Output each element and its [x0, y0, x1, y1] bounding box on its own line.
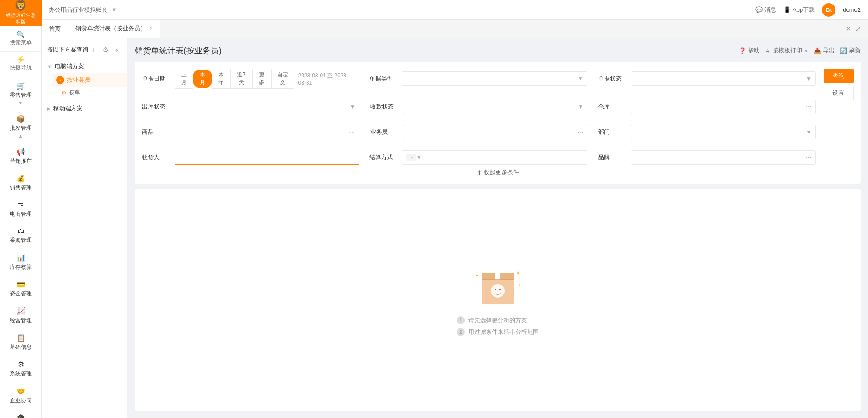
- settlement-field[interactable]: × ▼: [402, 150, 587, 165]
- by-order-label: 按单: [69, 89, 80, 96]
- user-name[interactable]: demo2: [843, 6, 861, 13]
- mobile-scheme-group: ▶ 移动端方案: [42, 100, 127, 117]
- sidebar-search[interactable]: 🔍 搜索菜单: [0, 26, 41, 52]
- message-icon: 💬: [755, 6, 763, 13]
- product-field[interactable]: ···: [175, 125, 359, 139]
- tree-sub-by-order[interactable]: ⚙ 按单: [52, 87, 127, 98]
- payment-status-field[interactable]: ▼: [403, 100, 588, 114]
- basic-label: 基础信息: [10, 343, 32, 351]
- download-icon: 📱: [783, 6, 791, 13]
- last-month-btn[interactable]: 上月: [175, 69, 193, 89]
- sidebar-item-inventory[interactable]: 📊 库存核算: [0, 249, 41, 276]
- help-btn[interactable]: ❓ 帮助: [739, 47, 760, 55]
- filter-row-4: 收货人 ··· 结算方式 ×: [142, 150, 816, 165]
- filter-area: 单据日期 上月 本月 本年 近7天 更多 自定义 2023-03-01 至 20…: [135, 62, 861, 184]
- sidebar-item-operations[interactable]: 📈 经营管理: [0, 302, 41, 329]
- sidebar-item-system[interactable]: ⚙ 系统管理: [0, 356, 41, 382]
- tree-node-desktop[interactable]: ▼ 电脑端方案: [42, 60, 127, 73]
- retail-icon: 🛒: [16, 81, 25, 90]
- mobile-group-label: 移动端方案: [53, 104, 83, 113]
- refresh-btn[interactable]: 🔄 刷新: [840, 47, 861, 55]
- warehouse-field[interactable]: ···: [631, 100, 816, 114]
- search-label: 搜索菜单: [0, 39, 41, 47]
- user-avatar[interactable]: Ea: [822, 3, 835, 17]
- hint-text-2: 用过滤条件来缩小分析范围: [468, 328, 539, 336]
- refresh-label: 刷新: [849, 47, 861, 55]
- sidebar-item-finance[interactable]: 💳 资金管理: [0, 276, 41, 302]
- print-icon: 🖨: [765, 48, 771, 54]
- export-btn[interactable]: 📤 导出: [814, 47, 835, 55]
- sidebar-item-sales[interactable]: 💰 销售管理: [0, 170, 41, 196]
- tab-home[interactable]: 首页: [42, 20, 68, 38]
- settlement-tag-close-btn[interactable]: ×: [410, 155, 413, 160]
- more-btn[interactable]: 更多: [252, 69, 271, 89]
- hint-num-1: 1: [457, 316, 465, 324]
- tab-close-btn[interactable]: ×: [150, 25, 153, 32]
- help-label: 帮助: [748, 47, 760, 55]
- ship-status-field[interactable]: ▼: [175, 100, 359, 114]
- last7-btn[interactable]: 近7天: [231, 69, 252, 89]
- date-range-text: 2023-03-01 至 2023-03-31: [298, 72, 351, 86]
- settings-button[interactable]: 设置: [823, 86, 854, 100]
- add-scheme-btn[interactable]: +: [89, 45, 98, 54]
- app-download-label: App下载: [793, 6, 815, 14]
- help-icon: ❓: [739, 48, 746, 54]
- sidebar-item-wholesale[interactable]: 📦 批发管理 ▲: [0, 110, 41, 143]
- tree-node-by-salesperson[interactable]: ✓ 按业务员: [52, 73, 127, 87]
- collapse-more-btn[interactable]: ⬆ 收起更多条件: [142, 165, 854, 176]
- brand-field[interactable]: ···: [631, 150, 816, 165]
- doc-status-label: 单据状态: [598, 75, 623, 83]
- payment-status-label: 收款状态: [370, 103, 396, 111]
- app-logo[interactable]: 🦁 畅捷通好生意 标版: [0, 0, 42, 26]
- sidebar-item-retail[interactable]: 🛒 零售管理 ▼: [0, 77, 41, 110]
- marketing-icon: 📢: [16, 147, 25, 156]
- app-download-btn[interactable]: 📱 App下载: [783, 6, 815, 14]
- finance-label: 资金管理: [10, 290, 32, 298]
- sidebar-item-marketing[interactable]: 📢 营销推广: [0, 143, 41, 170]
- maximize-icon[interactable]: ⤢: [855, 24, 861, 33]
- empty-hints: 1 请先选择要分析的方案 2 用过滤条件来缩小分析范围: [457, 316, 539, 336]
- message-btn[interactable]: 💬 消息: [755, 6, 776, 14]
- right-panel: 销货单统计表(按业务员) ❓ 帮助 🖨 按模板打印 ▼ 📤: [127, 38, 868, 418]
- warehouse-dots-icon: ···: [806, 103, 811, 111]
- custom-btn[interactable]: 自定义: [271, 69, 295, 89]
- this-month-btn[interactable]: 本月: [193, 70, 212, 88]
- receiver-field[interactable]: ···: [175, 150, 359, 165]
- desktop-group-label: 电脑端方案: [55, 62, 84, 71]
- department-field[interactable]: ▼: [631, 125, 816, 139]
- desktop-scheme-group: ▼ 电脑端方案 ✓ 按业务员 ⚙ 按单: [42, 58, 127, 100]
- sidebar-item-ecommerce[interactable]: 🛍 电商管理: [0, 196, 41, 223]
- marketing-label: 营销推广: [10, 157, 32, 165]
- header-actions: 💬 消息 📱 App下载 Ea demo2: [755, 3, 861, 17]
- this-year-btn[interactable]: 本年: [212, 69, 231, 89]
- window-close-icon[interactable]: ✕: [845, 24, 851, 33]
- department-label: 部门: [598, 128, 623, 136]
- settings-scheme-btn[interactable]: ⚙: [101, 45, 110, 54]
- product-dots-icon: ···: [349, 128, 355, 136]
- page-title-bar: 销货单统计表(按业务员) ❓ 帮助 🖨 按模板打印 ▼ 📤: [135, 45, 861, 56]
- tree-node-mobile[interactable]: ▶ 移动端方案: [42, 102, 127, 115]
- sidebar-item-enterprise[interactable]: 🤝 企业协同: [0, 382, 41, 409]
- receiver-label: 收货人: [142, 153, 167, 162]
- sidebar-item-purchase[interactable]: 🗂 采购管理: [0, 223, 41, 249]
- breadcrumb-dropdown[interactable]: ▼: [111, 6, 117, 13]
- sidebar-item-newbie[interactable]: 🎓 新手引导: [0, 409, 41, 418]
- doc-status-field[interactable]: ▼: [631, 71, 816, 86]
- query-button[interactable]: 查询: [824, 69, 854, 83]
- print-label: 按模板打印: [773, 47, 802, 55]
- retail-label: 零售管理: [10, 91, 32, 99]
- salesperson-field[interactable]: ···: [403, 125, 588, 139]
- sidebar-item-basic[interactable]: 📋 基础信息: [0, 329, 41, 356]
- empty-illustration: ✦ ✦ ✦: [471, 264, 525, 309]
- collapse-panel-btn[interactable]: «: [113, 45, 122, 54]
- retail-arrow: ▼: [19, 100, 23, 105]
- doc-type-field[interactable]: ▼: [402, 71, 587, 86]
- tab-sales-stat[interactable]: 销货单统计表（按业务员） ×: [68, 20, 160, 38]
- left-panel: 按以下方案查询 + ⚙ « ▼ 电脑端方案 ✓ 按: [42, 38, 127, 418]
- settlement-label: 结算方式: [369, 153, 395, 162]
- doc-status-arrow-icon: ▼: [806, 76, 811, 82]
- svg-point-4: [499, 289, 501, 290]
- print-btn[interactable]: 🖨 按模板打印 ▼: [765, 47, 808, 55]
- sidebar-quick-nav[interactable]: ⚡ 快捷导航: [0, 52, 41, 75]
- ecommerce-icon: 🛍: [17, 201, 24, 209]
